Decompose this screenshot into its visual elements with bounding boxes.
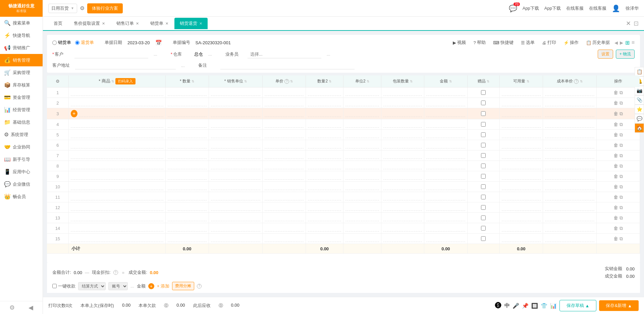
tab-close-4[interactable]: ✕	[199, 21, 202, 26]
avail-input-13[interactable]	[502, 225, 541, 232]
salesperson-input[interactable]	[248, 50, 321, 58]
cost-input-1[interactable]	[545, 100, 595, 106]
unit-input-8[interactable]	[211, 173, 261, 180]
sidebar-item-8[interactable]: 📁基础信息	[0, 116, 43, 128]
shortcut-btn[interactable]: ⌨快捷键	[490, 38, 516, 47]
list-view-icon[interactable]: ≡	[632, 40, 635, 46]
sidebar-item-4[interactable]: 🛒采购管理	[0, 66, 43, 79]
pkg-input-13[interactable]	[383, 225, 422, 232]
unit2-input-6[interactable]	[345, 152, 379, 159]
unit-input-3[interactable]	[211, 121, 261, 128]
shirt-icon[interactable]: 👕	[541, 303, 547, 309]
amount-input-8[interactable]	[426, 173, 465, 180]
unit-input-0[interactable]	[211, 89, 261, 96]
qty-input-1[interactable]	[168, 100, 207, 106]
copy-btn-2[interactable]: ⧉	[620, 111, 623, 117]
amount-input-14[interactable]	[426, 235, 465, 242]
qty-input-6[interactable]	[168, 152, 207, 159]
right-panel-btn-6[interactable]: 💬	[635, 114, 644, 123]
calendar-icon[interactable]: 📅	[155, 40, 162, 46]
cost-input-7[interactable]	[545, 163, 595, 169]
copy-btn-4[interactable]: ⧉	[620, 132, 623, 138]
avail-input-8[interactable]	[502, 173, 541, 180]
price-input-0[interactable]	[265, 89, 304, 96]
product-input-1[interactable]	[71, 100, 163, 106]
cost-input-5[interactable]	[545, 142, 595, 148]
cost-input-4[interactable]	[545, 131, 595, 138]
unit2-input-2[interactable]	[345, 110, 379, 117]
company-selector[interactable]: 日用百货 ▼	[48, 4, 77, 13]
sort-avail-icon[interactable]: ⇅	[527, 79, 529, 83]
salesperson-dots[interactable]: ...	[327, 52, 330, 57]
sidebar-item-2[interactable]: 📢营销推广	[0, 42, 43, 54]
price-input-13[interactable]	[265, 225, 304, 232]
gift-check-0[interactable]	[481, 90, 486, 95]
avail-input-0[interactable]	[502, 89, 541, 96]
sort-qty2-icon[interactable]: ⇅	[329, 79, 331, 83]
product-input-9[interactable]	[71, 183, 163, 190]
unit2-input-3[interactable]	[345, 121, 379, 128]
product-input-3[interactable]	[71, 121, 163, 128]
qty-input-7[interactable]	[168, 163, 207, 169]
gift-check-4[interactable]	[481, 132, 486, 137]
address-dots[interactable]: ...	[181, 63, 185, 68]
tab-0[interactable]: 首页	[48, 18, 68, 29]
avail-input-1[interactable]	[502, 100, 541, 106]
gift-check-6[interactable]	[481, 153, 486, 158]
amount-input-12[interactable]	[426, 214, 465, 221]
qty-input-4[interactable]	[168, 131, 207, 138]
setting-btn[interactable]: 设置	[598, 50, 613, 59]
radio-return[interactable]: 退货单	[75, 40, 94, 46]
sidebar-item-3[interactable]: 💰销售管理	[0, 54, 43, 66]
delete-btn-11[interactable]: 🗑	[613, 205, 618, 210]
unit2-input-9[interactable]	[345, 183, 379, 190]
avail-input-12[interactable]	[502, 214, 541, 221]
tab-close-1[interactable]: ✕	[102, 21, 105, 26]
unit-input-6[interactable]	[211, 152, 261, 159]
avail-input-5[interactable]	[502, 142, 541, 148]
sort-qty-icon[interactable]: ⇅	[192, 79, 194, 83]
amount-input-2[interactable]	[426, 110, 465, 117]
copy-btn-5[interactable]: ⧉	[620, 142, 623, 148]
logistics-btn[interactable]: + 物流	[616, 50, 635, 59]
amount-input-3[interactable]	[426, 121, 465, 128]
unit-input-9[interactable]	[211, 183, 261, 190]
unit2-input-5[interactable]	[345, 142, 379, 148]
tab-2[interactable]: 销售订单✕	[111, 18, 144, 29]
remarks-input[interactable]	[220, 61, 355, 69]
gift-check-14[interactable]	[481, 236, 486, 241]
price-input-2[interactable]	[265, 110, 304, 117]
price-input-1[interactable]	[265, 100, 304, 106]
unit2-input-11[interactable]	[345, 204, 379, 211]
amount-input-4[interactable]	[426, 131, 465, 138]
qty-input-0[interactable]	[168, 89, 207, 96]
cost-input-2[interactable]	[545, 110, 595, 117]
online-service-link[interactable]: 在线客服	[566, 5, 584, 11]
sidebar-item-14[interactable]: 👑畅会员	[0, 190, 43, 203]
delete-btn-5[interactable]: 🗑	[613, 142, 618, 148]
operation-btn[interactable]: ⚡操作	[561, 38, 581, 47]
fee-info-icon[interactable]: ?	[197, 284, 202, 289]
product-input-5[interactable]	[71, 142, 163, 148]
avail-input-3[interactable]	[502, 121, 541, 128]
pkg-input-11[interactable]	[383, 204, 422, 211]
pkg-input-1[interactable]	[383, 100, 422, 106]
add-fee-btn[interactable]: +	[148, 283, 154, 289]
close-all-tabs-icon[interactable]: ✕	[626, 20, 631, 27]
tab-4[interactable]: 销货退货✕	[174, 18, 208, 29]
unit-input-1[interactable]	[211, 100, 261, 106]
unit2-input-4[interactable]	[345, 131, 379, 138]
cost-input-10[interactable]	[545, 194, 595, 200]
product-input-13[interactable]	[71, 225, 163, 232]
cost-input-3[interactable]	[545, 121, 595, 128]
amount-input-10[interactable]	[426, 194, 465, 200]
unit-input-12[interactable]	[211, 214, 261, 221]
qty2-input-8[interactable]	[308, 173, 341, 180]
delete-btn-13[interactable]: 🗑	[613, 226, 618, 231]
tab-1[interactable]: 售价提取设置✕	[68, 18, 110, 29]
sidebar-item-9[interactable]: ⚙系统管理	[0, 128, 43, 141]
unit-input-10[interactable]	[211, 194, 261, 200]
sort-price-icon[interactable]: ⇅	[290, 79, 293, 83]
pkg-input-2[interactable]	[383, 110, 422, 117]
price-input-7[interactable]	[265, 163, 304, 169]
